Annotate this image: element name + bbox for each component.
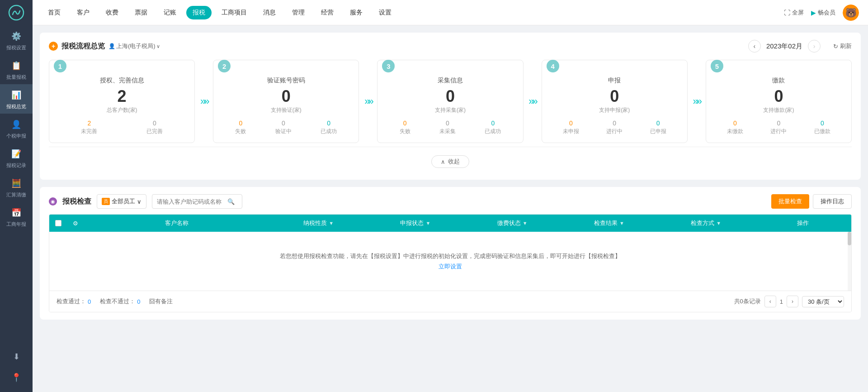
step-5-stat-2: 0 已缴款 <box>814 120 830 135</box>
main-area: 首页 客户 收费 票据 记账 报税 工商项目 消息 管理 经营 服务 设置 ⛶ … <box>33 0 868 392</box>
sidebar-item-settlement[interactable]: 🧮 汇算清缴 <box>0 172 33 202</box>
collapse-btn[interactable]: ∧ 收起 <box>431 155 469 168</box>
nav-invoice[interactable]: 票据 <box>128 6 154 19</box>
location-icon: 📍 <box>10 371 23 384</box>
step-1-count: 2 <box>57 88 187 105</box>
select-all-checkbox[interactable] <box>55 220 61 226</box>
step-1-badge: 1 <box>54 60 66 72</box>
per-page-select[interactable]: 30 条/页50 条/页100 条/页 <box>802 296 844 307</box>
step-1-stat-0: 2 未完善 <box>81 120 97 135</box>
collapse-row: ∧ 收起 <box>49 151 852 172</box>
nav-fees[interactable]: 收费 <box>99 6 125 19</box>
top-nav: 首页 客户 收费 票据 记账 报税 工商项目 消息 管理 经营 服务 设置 ⛶ … <box>33 0 868 25</box>
step-3-stat-2: 0 已成功 <box>485 120 501 135</box>
note-label: 囧有备注 <box>149 297 173 306</box>
next-month-btn[interactable]: › <box>808 40 821 53</box>
prev-month-btn[interactable]: ‹ <box>748 40 761 53</box>
nav-management[interactable]: 管理 <box>286 6 311 19</box>
refresh-btn[interactable]: ↻ 刷新 <box>833 42 852 50</box>
sidebar-item-tax-overview[interactable]: 📊 报税总览 <box>0 84 33 114</box>
tax-check-title: 报税检查 <box>62 197 91 206</box>
step-4-stat-2-label: 已申报 <box>650 128 666 135</box>
th-tax-nature-label: 纳税性质 <box>303 219 327 227</box>
scrollbar-track <box>848 232 851 291</box>
nav-customer[interactable]: 客户 <box>71 6 96 19</box>
sidebar-item-tax-record[interactable]: 📝 报税记录 <box>0 143 33 172</box>
th-declare-status: 申报状态 ▼ <box>367 215 464 232</box>
step-4-title: 申报 <box>549 76 680 85</box>
sidebar-bottom: ⬇ 📍 <box>0 346 33 392</box>
sidebar-item-tax-settings[interactable]: ⚙️ 报税设置 <box>0 25 33 55</box>
nav-accounting[interactable]: 记账 <box>157 6 183 19</box>
table-footer: 检查通过： 0 检查不通过： 0 囧有备注 共0条记录 ‹ 1 › <box>49 291 851 312</box>
step-4-stat-1-val: 0 <box>613 120 616 127</box>
nav-tax[interactable]: 报税 <box>186 6 212 19</box>
nav-industrial[interactable]: 工商项目 <box>215 6 253 19</box>
th-check-result-filter-icon[interactable]: ▼ <box>619 220 624 226</box>
sidebar-item-download[interactable]: ⬇ <box>0 346 33 367</box>
sidebar-item-annual-report[interactable]: 📅 工商年报 <box>0 202 33 231</box>
step-5-stat-1-val: 0 <box>777 120 780 127</box>
setup-link[interactable]: 立即设置 <box>439 263 462 270</box>
th-check-method-filter-icon[interactable]: ▼ <box>716 220 721 226</box>
step-4-card: 4 申报 0 支持申报(家) 0 未申报 0 进行中 <box>542 60 688 143</box>
purple-circle: ◉ <box>49 197 57 206</box>
fullscreen-icon: ⛶ <box>784 9 790 16</box>
th-declare-status-filter-icon[interactable]: ▼ <box>425 220 430 226</box>
sidebar-item-personal-tax[interactable]: 👤 个税申报 <box>0 114 33 143</box>
avatar: 🐻 <box>843 5 859 21</box>
th-operation: 操作 <box>755 215 851 232</box>
nav-messages[interactable]: 消息 <box>257 6 282 19</box>
empty-message: 若您想使用报税检查功能，请先在【报税设置】中进行报税的初始化设置，完成密码验证和… <box>280 251 621 272</box>
arrow-1-2: »» <box>195 60 213 143</box>
step-1-stat-1-val: 0 <box>153 120 156 127</box>
th-operation-label: 操作 <box>797 219 809 227</box>
employee-filter[interactable]: 员 全部员工 ∨ <box>97 194 146 209</box>
th-pay-status-filter-icon[interactable]: ▼ <box>523 220 528 226</box>
arrow-2-3: »» <box>359 60 377 143</box>
batch-check-btn[interactable]: 批量检查 <box>771 194 809 209</box>
step-2-badge: 2 <box>218 60 231 72</box>
step-1-stat-1: 0 已完善 <box>146 120 163 135</box>
total-records: 共0条记录 <box>734 297 761 306</box>
prev-page-btn[interactable]: ‹ <box>764 296 776 307</box>
collapse-label: 收起 <box>448 158 460 166</box>
step-2-title: 验证账号密码 <box>221 76 351 85</box>
nav-home[interactable]: 首页 <box>42 6 67 19</box>
nav-operations[interactable]: 经营 <box>315 6 340 19</box>
operation-log-btn[interactable]: 操作日志 <box>813 194 852 209</box>
sidebar-item-label: 工商年报 <box>6 221 26 228</box>
overview-title: 报税流程总览 <box>61 42 105 51</box>
step-5-stat-0-label: 未缴款 <box>727 128 743 135</box>
fullscreen-btn[interactable]: ⛶ 全屏 <box>784 9 804 17</box>
process-steps: 1 授权、完善信息 2 总客户数(家) 2 未完善 0 已完善 <box>49 60 852 143</box>
sidebar-item-label: 批量报税 <box>6 74 26 81</box>
nav-settings[interactable]: 设置 <box>373 6 398 19</box>
next-page-btn[interactable]: › <box>787 296 798 307</box>
step-1-sub: 总客户数(家) <box>57 106 187 114</box>
th-gear[interactable]: ⚙ <box>67 215 84 232</box>
step-3-card: 3 采集信息 0 支持采集(家) 0 失败 0 未采集 <box>377 60 523 143</box>
plus-icon: + <box>49 42 58 51</box>
refresh-icon: ↻ <box>833 43 838 50</box>
tax-record-icon: 📝 <box>10 148 23 160</box>
step-4-stat-1-label: 进行中 <box>606 128 623 135</box>
step-5-stat-1: 0 进行中 <box>770 120 787 135</box>
step-5-stats: 0 未缴款 0 进行中 0 已缴款 <box>713 120 844 135</box>
annual-report-icon: 📅 <box>10 206 23 219</box>
vip-btn[interactable]: ▶ 畅会员 <box>811 9 835 17</box>
settlement-icon: 🧮 <box>10 177 23 190</box>
overview-header: + 报税流程总览 👤 上海(电子税局) ∨ ‹ 2023年02月 › ↻ 刷新 <box>49 40 852 53</box>
th-tax-nature-filter-icon[interactable]: ▼ <box>329 220 334 226</box>
search-input[interactable] <box>157 198 225 205</box>
scrollbar-thumb[interactable] <box>848 232 851 245</box>
vip-label: 畅会员 <box>818 9 835 17</box>
empty-msg-text: 若您想使用报税检查功能，请先在【报税设置】中进行报税的初始化设置，完成密码验证和… <box>280 253 621 259</box>
nav-services[interactable]: 服务 <box>344 6 369 19</box>
nav-items: 首页 客户 收费 票据 记账 报税 工商项目 消息 管理 经营 服务 设置 <box>42 6 784 19</box>
step-2-card: 2 验证账号密码 0 支持验证(家) 0 失败 0 验证中 <box>213 60 359 143</box>
step-5-stat-1-label: 进行中 <box>770 128 787 135</box>
sidebar-item-batch-tax[interactable]: 📋 批量报税 <box>0 55 33 84</box>
sidebar-item-location[interactable]: 📍 <box>0 367 33 387</box>
location-info[interactable]: 👤 上海(电子税局) ∨ <box>108 42 160 50</box>
